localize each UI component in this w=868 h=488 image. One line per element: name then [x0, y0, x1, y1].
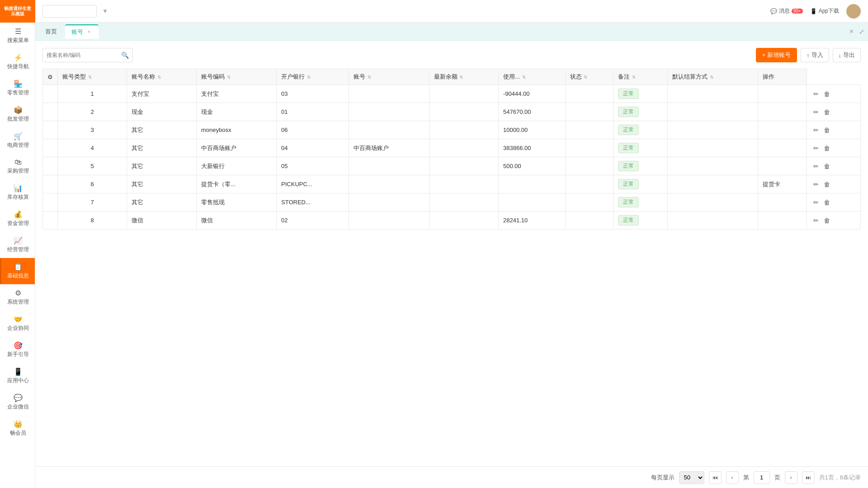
next-page-button[interactable]: ›	[785, 471, 797, 484]
col-header-balance[interactable]: 最新余额 ⇅	[429, 69, 498, 85]
edit-button-7[interactable]: ✏	[811, 216, 821, 225]
row-balance-1: 547670.00	[499, 103, 566, 121]
sidebar-item-enterprise-agreement[interactable]: 🤝企业协同	[0, 310, 35, 337]
status-badge-1: 正常	[618, 107, 639, 117]
sidebar-item-vip-member[interactable]: 👑畅会员	[0, 415, 35, 441]
edit-button-1[interactable]: ✏	[811, 108, 821, 117]
ecommerce-mgmt-icon: 🛒	[14, 132, 23, 141]
row-default-settlement-3	[758, 139, 807, 157]
delete-button-0[interactable]: 🗑	[822, 89, 832, 99]
window-close-icon[interactable]: ×	[849, 28, 857, 36]
col-header-name[interactable]: 账号名称 ⇅	[127, 69, 196, 85]
row-num-1: 2	[58, 103, 127, 121]
tab-account-close[interactable]: ×	[86, 29, 92, 35]
col-header-default_settlement[interactable]: 默认结算方式 ⇅	[668, 69, 758, 85]
settings-icon[interactable]: ⚙	[47, 74, 53, 80]
edit-button-4[interactable]: ✏	[811, 162, 821, 171]
row-num-0: 1	[58, 85, 127, 103]
row-remark-5	[668, 175, 758, 193]
col-header-bank[interactable]: 开户银行 ⇅	[277, 69, 349, 85]
topbar-search-input[interactable]	[42, 5, 97, 18]
edit-button-5[interactable]: ✏	[811, 180, 821, 189]
edit-button-0[interactable]: ✏	[811, 89, 821, 99]
sidebar-item-enterprise-wechat[interactable]: 💬企业微信	[0, 389, 35, 415]
topbar-right: 💬 消息 99+ 📱 App下载	[770, 4, 861, 19]
edit-button-2[interactable]: ✏	[811, 126, 821, 135]
tab-account[interactable]: 账号 ×	[65, 24, 99, 39]
delete-button-6[interactable]: 🗑	[822, 198, 832, 207]
search-input[interactable]	[47, 52, 121, 58]
row-name-2: moneybosx	[196, 121, 276, 139]
edit-button-3[interactable]: ✏	[811, 144, 821, 153]
sidebar-item-purchase-mgmt[interactable]: 🛍采购管理	[0, 154, 35, 179]
table-row: 4其它中百商场账户04中百商场账户383866.00正常 ✏ 🗑	[43, 139, 861, 157]
edit-button-6[interactable]: ✏	[811, 198, 821, 207]
row-name-0: 支付宝	[196, 85, 276, 103]
delete-button-4[interactable]: 🗑	[822, 162, 832, 171]
sidebar-item-retail-mgmt[interactable]: 🏪零售管理	[0, 75, 35, 101]
sidebar-item-ops-mgmt[interactable]: 📈经营管理	[0, 232, 35, 258]
sidebar-item-ecommerce-mgmt[interactable]: 🛒电商管理	[0, 127, 35, 154]
row-code-6: STORED...	[277, 193, 349, 211]
col-header-account[interactable]: 账号 ⇅	[349, 69, 429, 85]
row-balance-6	[499, 193, 566, 211]
delete-button-5[interactable]: 🗑	[822, 180, 832, 189]
sort-icon-name: ⇅	[156, 75, 161, 80]
row-action-6: ✏ 🗑	[807, 193, 860, 211]
message-button[interactable]: 💬 消息 99+	[770, 7, 803, 15]
sidebar-item-fund-mgmt[interactable]: 💰资金管理	[0, 206, 35, 232]
user-avatar[interactable]	[846, 4, 861, 19]
prev-page-button[interactable]: ‹	[726, 471, 739, 484]
row-remark-7	[668, 211, 758, 230]
app-download-button[interactable]: 📱 App下载	[810, 7, 839, 15]
export-button[interactable]: ↓ 导出	[833, 48, 861, 62]
row-action-3: ✏ 🗑	[807, 139, 860, 157]
col-header-status[interactable]: 状态 ⇅	[565, 69, 613, 85]
sidebar-item-system-mgmt[interactable]: ⚙系统管理	[0, 284, 35, 310]
sidebar-item-basic-info[interactable]: 📋基础信息	[0, 258, 35, 284]
row-settings-1	[43, 103, 58, 121]
tab-home-label: 首页	[45, 28, 57, 36]
col-header-settings: ⚙	[43, 69, 58, 85]
row-status-1: 正常	[613, 103, 668, 121]
sidebar-item-new-guide[interactable]: 🎯新手引导	[0, 337, 35, 363]
first-page-button[interactable]: ⏮	[709, 471, 722, 484]
retail-mgmt-label: 零售管理	[7, 89, 29, 97]
window-maximize-icon[interactable]: ⤢	[859, 28, 864, 35]
sort-icon-status: ⇅	[583, 75, 588, 80]
message-icon: 💬	[770, 8, 777, 14]
tab-account-label: 账号	[71, 28, 83, 36]
col-header-usage[interactable]: 使用... ⇅	[499, 69, 566, 85]
add-account-button[interactable]: + 新增账号	[756, 48, 797, 62]
row-action-7: ✏ 🗑	[807, 211, 860, 230]
col-header-remark[interactable]: 备注 ⇅	[613, 69, 668, 85]
import-button[interactable]: ↑ 导入	[801, 48, 829, 62]
sidebar-item-inventory-calc[interactable]: 📊库存核算	[0, 179, 35, 206]
row-code-5: PICKUPC...	[277, 175, 349, 193]
col-header-type[interactable]: 账号类型 ⇅	[58, 69, 127, 85]
app-logo: 畅捷通好生意 乐惠版	[0, 0, 35, 23]
delete-button-7[interactable]: 🗑	[822, 216, 832, 225]
last-page-button[interactable]: ⏭	[802, 471, 815, 484]
page-number-input[interactable]	[754, 471, 770, 484]
col-header-code[interactable]: 账号编码 ⇅	[196, 69, 276, 85]
sidebar-item-quick-nav[interactable]: ⚡快捷导航	[0, 49, 35, 75]
page-size-select[interactable]: 50 100	[679, 471, 704, 484]
sidebar-item-search-menu[interactable]: ☰搜索菜单	[0, 23, 35, 49]
row-code-3: 04	[277, 139, 349, 157]
row-default-settlement-1	[758, 103, 807, 121]
row-usage-0	[565, 85, 613, 103]
app-center-label: 应用中心	[7, 377, 29, 385]
sidebar-item-app-center[interactable]: 📱应用中心	[0, 363, 35, 389]
row-balance-5	[499, 175, 566, 193]
fund-mgmt-label: 资金管理	[7, 220, 29, 227]
row-default-settlement-5: 提货卡	[758, 175, 807, 193]
status-badge-5: 正常	[618, 179, 639, 189]
sort-icon-usage: ⇅	[521, 75, 526, 80]
delete-button-3[interactable]: 🗑	[822, 144, 832, 153]
topbar-dropdown-icon[interactable]: ▼	[102, 8, 108, 14]
sidebar-item-wholesale-mgmt[interactable]: 📦批发管理	[0, 101, 35, 127]
delete-button-1[interactable]: 🗑	[822, 108, 832, 117]
delete-button-2[interactable]: 🗑	[822, 126, 832, 135]
tab-home[interactable]: 首页	[39, 24, 63, 39]
